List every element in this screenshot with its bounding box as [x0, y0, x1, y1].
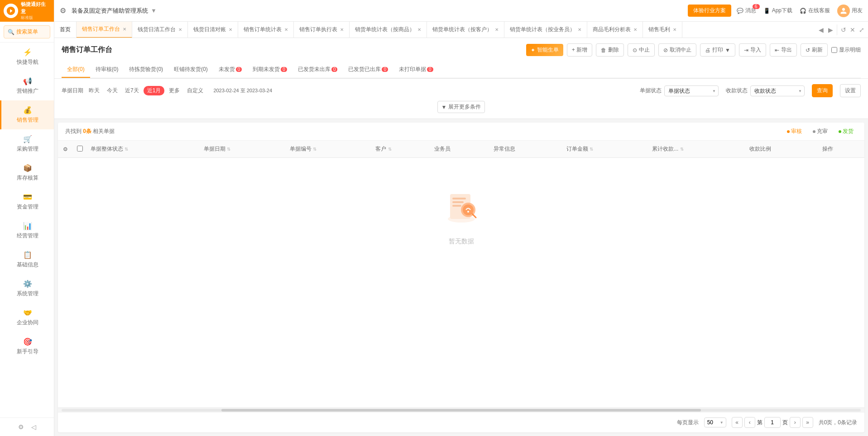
online-service-button[interactable]: 🎧 在线客服 [800, 7, 830, 14]
sidebar-item-sales[interactable]: 💰 销售管理 [0, 100, 54, 129]
sidebar-item-finance[interactable]: 💳 资金管理 [0, 187, 54, 216]
date-opt-7days[interactable]: 近7天 [122, 86, 142, 95]
first-page-button[interactable]: « [732, 417, 743, 428]
tab-sales-order-exec[interactable]: 销售订单执行表 ✕ [294, 22, 350, 38]
sidebar-item-quick-nav[interactable]: ⚡ 快捷导航 [0, 43, 54, 71]
expand-more-button[interactable]: ▼ 展开更多条件 [437, 101, 485, 113]
sort-status-icon[interactable]: ⇅ [125, 147, 128, 152]
sub-tab-pending-inspection[interactable]: 待拣货验货(0) [124, 62, 168, 78]
next-page-button[interactable]: › [790, 417, 801, 428]
col-settings[interactable]: ⚙ [58, 141, 72, 158]
tab-product-profit[interactable]: 商品毛利分析表 ✕ [587, 22, 643, 38]
add-button[interactable]: + 新增 [567, 43, 592, 57]
tab-close-all-button[interactable]: ✕ [848, 24, 857, 35]
tab-sales-order-stats[interactable]: 销售订单统计表 ✕ [238, 22, 294, 38]
settings-bottom-icon[interactable]: ⚙ [16, 422, 26, 432]
sidebar-item-cooperation[interactable]: 🤝 企业协同 [0, 303, 54, 332]
collapse-icon[interactable]: ◁ [29, 422, 38, 432]
app-logo: 畅捷通好生意 标准版 [0, 0, 54, 22]
date-opt-custom[interactable]: 自定义 [184, 86, 206, 95]
tab-close-sales-profit[interactable]: ✕ [673, 27, 676, 32]
date-opt-yesterday[interactable]: 昨天 [86, 86, 102, 95]
tab-maximize-button[interactable]: ⤢ [857, 24, 866, 35]
sort-date-icon[interactable]: ⇅ [227, 147, 230, 152]
search-menu-button[interactable]: 🔍 搜索菜单 [4, 25, 50, 38]
tab-close-sales-stats-staff[interactable]: ✕ [578, 27, 581, 32]
sub-tab-shipped-out[interactable]: 已发货已出库0 [343, 62, 393, 78]
sidebar-item-basic[interactable]: 📋 基础信息 [0, 245, 54, 274]
app-download-button[interactable]: 📱 App下载 [763, 7, 792, 14]
sort-number-icon[interactable]: ⇅ [313, 147, 317, 152]
page-number-input[interactable] [764, 417, 781, 428]
query-button[interactable]: 查询 [812, 84, 833, 97]
sub-tab-wangpu[interactable]: 旺铺待发货(0) [168, 62, 213, 78]
tab-close-cash-daily[interactable]: ✕ [178, 27, 182, 32]
settings-button[interactable]: 设置 [840, 84, 861, 97]
tab-cash-reconcile[interactable]: 钱货日清对账 ✕ [188, 22, 238, 38]
tab-close-cash-reconcile[interactable]: ✕ [229, 27, 232, 32]
sort-amount-icon[interactable]: ⇅ [590, 147, 593, 152]
sub-tab-not-printed[interactable]: 未打印单据0 [393, 62, 439, 78]
sidebar-item-system[interactable]: ⚙️ 系统管理 [0, 274, 54, 303]
sidebar-item-purchase[interactable]: 🛒 采购管理 [0, 129, 54, 158]
tab-cash-daily[interactable]: 钱货日清工作台 ✕ [132, 22, 188, 38]
tab-home[interactable]: 首页 [54, 22, 77, 38]
tab-close-sales-order-exec[interactable]: ✕ [340, 27, 344, 32]
tab-close-product-profit[interactable]: ✕ [633, 27, 637, 32]
prev-page-button[interactable]: ‹ [744, 417, 755, 428]
status-select[interactable]: 单据状态 [664, 85, 719, 96]
tab-sales-stats-customer[interactable]: 销货单统计表（按客户） ✕ [427, 22, 504, 38]
suspend-button[interactable]: ⊙ 中止 [628, 43, 655, 57]
batch-audit-button[interactable]: 审核 [783, 126, 806, 137]
date-opt-more[interactable]: 更多 [166, 86, 182, 95]
tab-next-icon[interactable]: ▶ [826, 24, 835, 35]
show-detail-checkbox[interactable]: 显示明细 [831, 46, 861, 54]
sidebar-item-guide[interactable]: 🎯 新手引导 [0, 332, 54, 361]
bottom-scrollbar[interactable] [58, 408, 864, 412]
tab-sales-profit[interactable]: 销售毛利 ✕ [643, 22, 682, 38]
col-checkbox[interactable] [72, 141, 87, 158]
import-button[interactable]: ⇥ 导入 [739, 43, 766, 57]
page-size-select[interactable]: 50 20 100 [704, 417, 726, 427]
settings-icon[interactable]: ⚙ [60, 6, 66, 15]
batch-revoke-button[interactable]: 充审 [809, 126, 831, 137]
last-page-button[interactable]: » [802, 417, 813, 428]
tab-close-sales-stats-customer[interactable]: ✕ [495, 27, 499, 32]
tab-close-sales-stats-product[interactable]: ✕ [417, 27, 421, 32]
batch-ship-button[interactable]: 发货 [835, 126, 857, 137]
tab-sales-order-workbench[interactable]: 销售订单工作台 ✕ [77, 22, 132, 38]
sidebar-item-operations[interactable]: 📊 经营管理 [0, 216, 54, 245]
sub-tab-shipped-not-out[interactable]: 已发货未出库0 [293, 62, 343, 78]
delete-button[interactable]: 🗑 删除 [596, 43, 624, 57]
sub-tab-all[interactable]: 全部(0) [62, 62, 90, 78]
print-button[interactable]: 🖨 打印 ▼ [700, 43, 735, 57]
ai-generate-button[interactable]: ✦ 智能生单 [526, 44, 563, 56]
tab-sales-stats-product[interactable]: 销货单统计表（按商品） ✕ [350, 22, 427, 38]
date-opt-1month[interactable]: 近1月 [144, 86, 165, 95]
system-dropdown-icon[interactable]: ▼ [151, 7, 157, 14]
export-button[interactable]: ⇤ 导出 [770, 43, 797, 57]
tab-refresh-button[interactable]: ↺ [839, 24, 848, 35]
sub-tab-not-shipped[interactable]: 未发货0 [213, 62, 248, 78]
refresh-button[interactable]: ↺ 刷新 [801, 43, 828, 57]
user-menu[interactable]: 用友 [837, 5, 863, 17]
trial-button[interactable]: 体验行业方案 [688, 5, 731, 17]
sort-customer-icon[interactable]: ⇅ [388, 147, 392, 152]
date-opt-today[interactable]: 今天 [104, 86, 120, 95]
sidebar-item-inventory[interactable]: 📦 库存核算 [0, 158, 54, 187]
tab-close-sales-order-stats[interactable]: ✕ [284, 27, 288, 32]
sub-tab-overdue-not-shipped[interactable]: 到期未发货0 [247, 62, 293, 78]
payment-select[interactable]: 收款状态 [750, 85, 805, 96]
sub-tab-pending-review[interactable]: 待审核(0) [90, 62, 124, 78]
print-icon: 🖨 [705, 47, 710, 53]
tab-sales-stats-staff[interactable]: 销货单统计表（按业务员） ✕ [504, 22, 587, 38]
cancel-suspend-button[interactable]: ⊘ 取消中止 [658, 43, 696, 57]
select-all-checkbox[interactable] [77, 146, 83, 152]
sort-collected-icon[interactable]: ⇅ [680, 147, 684, 152]
tab-close-sales-order-workbench[interactable]: ✕ [123, 27, 126, 32]
sidebar-item-marketing[interactable]: 📢 营销推广 [0, 71, 54, 100]
scrollbar-thumb[interactable] [221, 409, 701, 412]
message-button[interactable]: 💬 消息 6 [737, 7, 756, 14]
tab-prev-icon[interactable]: ◀ [817, 24, 825, 35]
show-detail-input[interactable] [831, 47, 837, 53]
